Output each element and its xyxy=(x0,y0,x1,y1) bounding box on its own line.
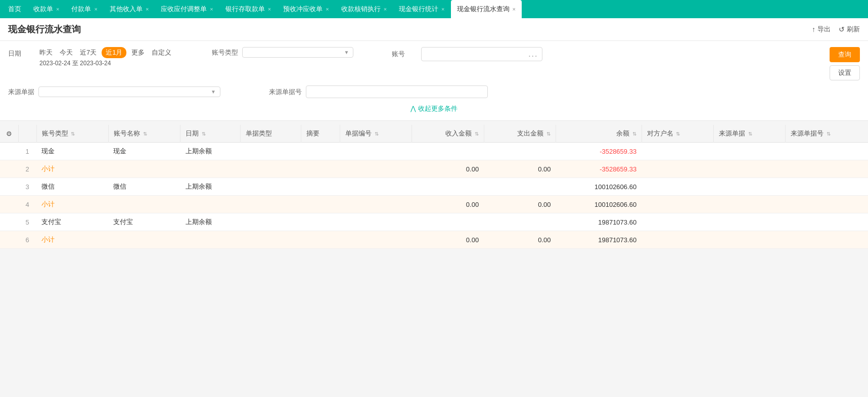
nav-item-prepay[interactable]: 预收冲应收单 × xyxy=(277,0,335,18)
th-counterpart[interactable]: 对方户名 ⇅ xyxy=(642,125,713,143)
th-doc-type-label: 单据类型 xyxy=(246,129,272,137)
th-summary-label: 摘要 xyxy=(306,129,319,137)
nav-close-adjustment[interactable]: × xyxy=(210,6,213,12)
account-type-select[interactable]: ▼ xyxy=(242,47,353,58)
date-btn-today[interactable]: 今天 xyxy=(58,47,75,58)
td-doc-no xyxy=(340,213,412,231)
source-doc-no-input[interactable] xyxy=(306,85,488,98)
td-source-doc-no xyxy=(786,160,868,178)
th-account-name[interactable]: 账号名称 ⇅ xyxy=(108,125,180,143)
nav-item-home[interactable]: 首页 xyxy=(2,0,27,18)
top-nav: 首页 收款单 × 付款单 × 其他收入单 × 应收应付调整单 × 银行存取款单 … xyxy=(0,0,868,18)
td-doc-type xyxy=(240,196,301,213)
th-expense[interactable]: 支出金额 ⇅ xyxy=(484,125,556,143)
filter-area: 日期 昨天 今天 近7天 近1月 更多 自定义 2023-02-24 至 202… xyxy=(0,41,868,121)
td-account-type: 现金 xyxy=(36,143,108,160)
table-row: 4 小计 0.00 0.00 100102606.60 xyxy=(0,196,868,213)
nav-close-bank-deposit[interactable]: × xyxy=(268,6,271,12)
td-counterpart xyxy=(642,213,713,231)
account-dots-btn[interactable]: ... xyxy=(528,50,538,59)
nav-item-bank-deposit[interactable]: 银行存取款单 × xyxy=(219,0,277,18)
account-input[interactable] xyxy=(426,51,528,58)
th-counterpart-sort: ⇅ xyxy=(676,131,680,137)
date-btn-more[interactable]: 更多 xyxy=(129,47,147,58)
td-index: 6 xyxy=(18,231,36,249)
nav-close-payments[interactable]: × xyxy=(94,6,97,12)
gear-icon: ⚙ xyxy=(6,130,12,138)
settings-button[interactable]: 设置 xyxy=(830,65,860,80)
nav-item-receipts[interactable]: 收款单 × xyxy=(27,0,65,18)
nav-item-flow[interactable]: 现金银行流水查询 × xyxy=(451,0,522,18)
account-label: 账号 xyxy=(392,50,417,59)
td-doc-type xyxy=(240,160,301,178)
td-source-doc-no xyxy=(786,213,868,231)
td-expense: 0.00 xyxy=(484,196,556,213)
td-source-doc xyxy=(714,196,786,213)
nav-item-stats[interactable]: 现金银行统计 × xyxy=(393,0,450,18)
td-balance: 100102606.60 xyxy=(556,196,642,213)
date-label: 日期 xyxy=(8,49,33,58)
td-doc-no xyxy=(340,231,412,249)
td-account-type: 微信 xyxy=(36,178,108,196)
table-row: 5 支付宝 支付宝 上期余额 19871073.60 xyxy=(0,213,868,231)
refresh-button[interactable]: ↺ 刷新 xyxy=(839,25,860,34)
th-source-doc-no[interactable]: 来源单据号 ⇅ xyxy=(786,125,868,143)
td-income: 0.00 xyxy=(412,231,484,249)
td-account-name: 支付宝 xyxy=(108,213,180,231)
nav-label-payments: 付款单 xyxy=(71,5,91,14)
th-expense-sort: ⇅ xyxy=(546,131,551,137)
td-expense xyxy=(484,213,556,231)
td-income: 0.00 xyxy=(412,196,484,213)
td-source-doc-no xyxy=(786,231,868,249)
query-button[interactable]: 查询 xyxy=(830,47,860,62)
th-account-type-label: 账号类型 xyxy=(42,129,68,137)
th-account-name-label: 账号名称 xyxy=(114,129,140,137)
td-gear xyxy=(0,196,18,213)
th-index xyxy=(18,125,36,143)
nav-close-prepay[interactable]: × xyxy=(326,6,329,12)
td-expense: 0.00 xyxy=(484,231,556,249)
th-source-doc[interactable]: 来源单据 ⇅ xyxy=(714,125,786,143)
nav-close-stats[interactable]: × xyxy=(441,6,444,12)
table-row: 3 微信 微信 上期余额 100102606.60 xyxy=(0,178,868,196)
th-gear[interactable]: ⚙ xyxy=(0,125,18,143)
td-balance: -3528659.33 xyxy=(556,160,642,178)
nav-item-other-income[interactable]: 其他收入单 × xyxy=(104,0,155,18)
th-date-sort: ⇅ xyxy=(202,131,206,137)
export-button[interactable]: ↑ 导出 xyxy=(812,25,831,34)
th-doc-no[interactable]: 单据编号 ⇅ xyxy=(340,125,412,143)
date-btn-custom[interactable]: 自定义 xyxy=(150,47,173,58)
nav-close-other-income[interactable]: × xyxy=(146,6,149,12)
td-income: 0.00 xyxy=(412,160,484,178)
th-income[interactable]: 收入金额 ⇅ xyxy=(412,125,484,143)
td-date xyxy=(180,160,240,178)
nav-close-flow[interactable]: × xyxy=(513,6,516,12)
td-summary xyxy=(301,213,340,231)
source-doc-select[interactable]: ▼ xyxy=(38,86,220,97)
collapse-bar[interactable]: ⋀ 收起更多条件 xyxy=(8,101,860,114)
nav-close-verify[interactable]: × xyxy=(384,6,387,12)
nav-item-adjustment[interactable]: 应收应付调整单 × xyxy=(155,0,219,18)
th-account-type[interactable]: 账号类型 ⇅ xyxy=(36,125,108,143)
nav-label-receipts: 收款单 xyxy=(33,5,53,14)
td-source-doc xyxy=(714,178,786,196)
nav-label-verify: 收款核销执行 xyxy=(341,5,381,14)
td-doc-type xyxy=(240,143,301,160)
date-btn-7days[interactable]: 近7天 xyxy=(78,47,99,58)
table-container: ⚙ 账号类型 ⇅ 账号名称 ⇅ 日期 ⇅ 单据类型 xyxy=(0,125,868,249)
table-row: 6 小计 0.00 0.00 19871073.60 xyxy=(0,231,868,249)
date-btn-1month[interactable]: 近1月 xyxy=(102,47,126,58)
th-balance[interactable]: 余额 ⇅ xyxy=(556,125,642,143)
th-date[interactable]: 日期 ⇅ xyxy=(180,125,240,143)
table-row: 2 小计 0.00 0.00 -3528659.33 xyxy=(0,160,868,178)
td-account-type: 小计 xyxy=(36,196,108,213)
nav-item-verify[interactable]: 收款核销执行 × xyxy=(335,0,393,18)
td-source-doc xyxy=(714,213,786,231)
nav-item-payments[interactable]: 付款单 × xyxy=(65,0,103,18)
th-counterpart-label: 对方户名 xyxy=(647,129,673,137)
td-index: 3 xyxy=(18,178,36,196)
date-btn-yesterday[interactable]: 昨天 xyxy=(37,47,55,58)
td-income xyxy=(412,143,484,160)
nav-close-receipts[interactable]: × xyxy=(56,6,59,12)
td-summary xyxy=(301,196,340,213)
